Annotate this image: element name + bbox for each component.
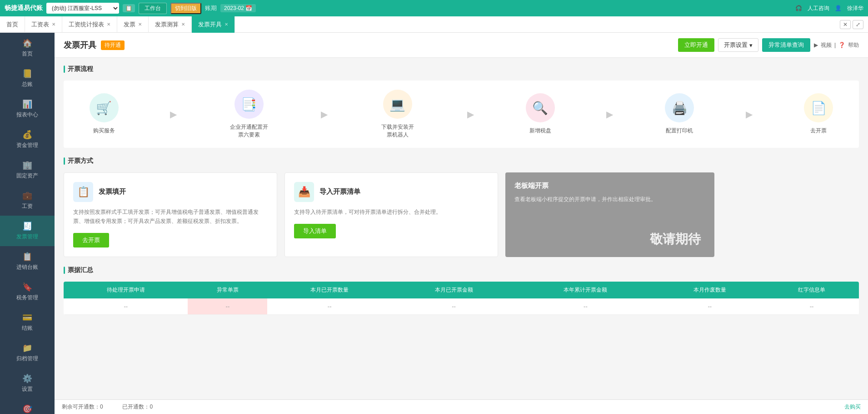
workflow-arrow-4: ▶ xyxy=(606,109,613,120)
sidebar-item-settlement-label: 结账 xyxy=(22,324,33,332)
sidebar-item-invoice-mgmt-label: 发票管理 xyxy=(16,233,38,241)
support-icon: 🎧 xyxy=(795,5,802,11)
issue-label: 去开票 xyxy=(810,127,827,135)
tab-salary-close[interactable]: ✕ xyxy=(52,22,55,27)
sidebar-item-purchase[interactable]: 📋 进销台账 xyxy=(0,246,55,277)
buy-service-label: 购买服务 xyxy=(93,127,115,135)
sidebar-item-salary[interactable]: 💼 工资 xyxy=(0,185,55,216)
period-label: 账期 xyxy=(205,4,217,12)
method1-title: 发票填开 xyxy=(99,187,126,196)
open-now-button[interactable]: 立即开通 xyxy=(678,38,714,52)
sidebar-item-ledger[interactable]: 📒 总账 xyxy=(0,63,55,94)
sidebar-item-settings-label: 设置 xyxy=(22,385,33,393)
sidebar-item-archive-label: 归档管理 xyxy=(16,355,38,363)
sidebar-item-archive[interactable]: 📁 归档管理 xyxy=(0,338,55,368)
sidebar-item-funds[interactable]: 💰 资金管理 xyxy=(0,124,55,155)
purchase-icon: 📋 xyxy=(22,252,32,262)
taxdisk-icon: 🔍 xyxy=(526,93,555,122)
summary-val-3: -- xyxy=(392,298,516,315)
top-bar: 畅捷通易代账 (勿动) 江西服室-LSS 📋 工作台 切到旧版 账期 2023-… xyxy=(0,0,868,16)
tab-salary[interactable]: 工资表 ✕ xyxy=(25,16,62,33)
switch-old-button[interactable]: 切到旧版 xyxy=(170,3,201,14)
setup-label: 企业开通配置开票六要素 xyxy=(229,123,269,139)
page-title-area: 发票开具 待开通 xyxy=(64,40,125,50)
workflow-step-download[interactable]: 💻 下载并安装开票机器人 xyxy=(379,90,416,139)
method3-desc: 查看老板端小程序提交的开票申请，并作出相应处理审批。 xyxy=(514,195,705,204)
help-label[interactable]: 帮助 xyxy=(848,41,859,49)
salary-icon: 💼 xyxy=(22,191,32,201)
brand-logo: 畅捷通易代账 xyxy=(5,4,43,12)
company-selector[interactable]: (勿动) 江西服室-LSS xyxy=(46,3,119,14)
dropdown-icon: ▾ xyxy=(749,42,753,49)
method2-btn[interactable]: 导入清单 xyxy=(294,224,336,238)
invoice-mgmt-icon: 🧾 xyxy=(22,221,32,231)
download-icon: 💻 xyxy=(383,90,412,119)
workflow-step-buy[interactable]: 🛒 购买服务 xyxy=(90,93,119,135)
user-label[interactable]: 徐泽华 xyxy=(847,5,863,12)
method2-header: 📥 导入开票清单 xyxy=(294,182,489,202)
funds-icon: 💰 xyxy=(22,130,32,140)
sidebar-item-home[interactable]: 🏠 首页 xyxy=(0,33,55,63)
tab-salary-report-close[interactable]: ✕ xyxy=(107,22,110,27)
summary-val-4: -- xyxy=(516,298,655,315)
bottom-stats: 剩余可开通数：0 已开通数：0 xyxy=(62,403,153,411)
method-card-manual: 📋 发票填开 支持按照发票样式手工填开发票；可开具增值税电子普通发票、增值税普通… xyxy=(64,172,277,257)
summary-header-4: 本年累计开票金额 xyxy=(516,282,655,298)
method1-btn[interactable]: 去开票 xyxy=(73,233,109,247)
sidebar-item-tax[interactable]: 🔖 税务管理 xyxy=(0,277,55,307)
support-label[interactable]: 人工咨询 xyxy=(808,5,829,12)
sidebar-item-assets[interactable]: 🏢 固定资产 xyxy=(0,155,55,185)
help-views-label[interactable]: 视频 xyxy=(821,41,832,49)
tab-invoice[interactable]: 发票 ✕ xyxy=(117,16,149,33)
tab-invoice-calc-close[interactable]: ✕ xyxy=(181,22,185,27)
sidebar-item-ledger-label: 总账 xyxy=(22,81,33,88)
workflow-steps: 🛒 购买服务 ▶ 📑 企业开通配置开票六要素 ▶ 💻 下载并安装开票机器人 ▶ … xyxy=(64,81,859,148)
summary-header-5: 本月作废数量 xyxy=(655,282,765,298)
workflow-step-printer[interactable]: 🖨️ 配置打印机 xyxy=(665,93,694,135)
workflow-step-setup[interactable]: 📑 企业开通配置开票六要素 xyxy=(229,90,269,139)
copy-button[interactable]: 📋 xyxy=(123,4,135,12)
content-sections: 开票流程 🛒 购买服务 ▶ 📑 企业开通配置开票六要素 ▶ 💻 下载并安装开票机… xyxy=(55,58,868,399)
method1-header: 📋 发票填开 xyxy=(73,182,268,202)
abnormal-query-button[interactable]: 异常清单查询 xyxy=(762,38,810,52)
top-bar-left: 畅捷通易代账 (勿动) 江西服室-LSS 📋 工作台 切到旧版 账期 2023-… xyxy=(5,3,256,14)
tab-invoice-close[interactable]: ✕ xyxy=(138,22,142,27)
summary-val-1: -- xyxy=(188,298,267,315)
status-badge: 待开通 xyxy=(101,40,125,50)
settlement-icon: 💳 xyxy=(22,313,32,323)
close-tab-btn[interactable]: ✕ xyxy=(840,20,851,29)
sidebar-item-reports[interactable]: 📊 报表中心 xyxy=(0,94,55,124)
bottom-bar: 剩余可开通数：0 已开通数：0 去购买 xyxy=(55,399,868,414)
taxdisk-label: 新增税盘 xyxy=(529,127,551,135)
help-area: ▶ 视频 | ❓ 帮助 xyxy=(814,41,859,49)
coming-soon-label: 敬请期待 xyxy=(650,231,701,248)
summary-val-0: -- xyxy=(64,298,188,315)
page-header: 发票开具 待开通 立即开通 开票设置 ▾ 异常清单查询 ▶ 视频 | ❓ 帮助 xyxy=(55,33,868,58)
sidebar-item-invoice-mgmt[interactable]: 🧾 发票管理 xyxy=(0,216,55,246)
sidebar: 🏠 首页 📒 总账 📊 报表中心 💰 资金管理 🏢 固定资产 💼 工资 🧾 发票… xyxy=(0,33,55,414)
buy-service-icon: 🛒 xyxy=(90,93,119,122)
summary-table: 待处理开票申请 异常单票 本月已开票数量 本月已开票金额 本年累计开票金额 本月… xyxy=(64,282,859,315)
open-settings-button[interactable]: 开票设置 ▾ xyxy=(718,38,758,52)
workspace-button[interactable]: 工作台 xyxy=(139,3,167,14)
workflow-arrow-1: ▶ xyxy=(170,109,177,120)
home-icon: 🏠 xyxy=(22,38,32,48)
setup-icon: 📑 xyxy=(234,90,264,119)
tab-invoice-calc[interactable]: 发票测算 ✕ xyxy=(149,16,192,33)
main-layout: 🏠 首页 📒 总账 📊 报表中心 💰 资金管理 🏢 固定资产 💼 工资 🧾 发票… xyxy=(0,33,868,414)
sidebar-item-settings[interactable]: ⚙️ 设置 xyxy=(0,368,55,399)
workflow-step-taxdisk[interactable]: 🔍 新增税盘 xyxy=(526,93,555,135)
tab-home[interactable]: 首页 xyxy=(0,16,25,33)
resize-tab-btn[interactable]: ⤢ xyxy=(853,20,863,29)
sidebar-item-settlement[interactable]: 💳 结账 xyxy=(0,307,55,338)
printer-icon: 🖨️ xyxy=(665,93,694,122)
top-bar-right: 🎧 人工咨询 👤 徐泽华 xyxy=(795,5,863,12)
tab-invoice-tool[interactable]: 发票开具 ✕ xyxy=(192,16,235,33)
buy-link[interactable]: 去购买 xyxy=(844,403,861,411)
workflow-step-issue[interactable]: 📄 去开票 xyxy=(804,93,833,135)
tab-invoice-tool-close[interactable]: ✕ xyxy=(224,22,228,27)
sidebar-item-guide[interactable]: 🎯 新手引导 xyxy=(0,399,55,414)
table-row: -- -- -- -- -- -- -- xyxy=(64,298,859,315)
method-card-import: 📥 导入开票清单 支持导入待开票清单，可对待开票清单进行拆分、合并处理。 导入清… xyxy=(284,172,498,257)
tab-salary-report[interactable]: 工资统计报表 ✕ xyxy=(62,16,117,33)
